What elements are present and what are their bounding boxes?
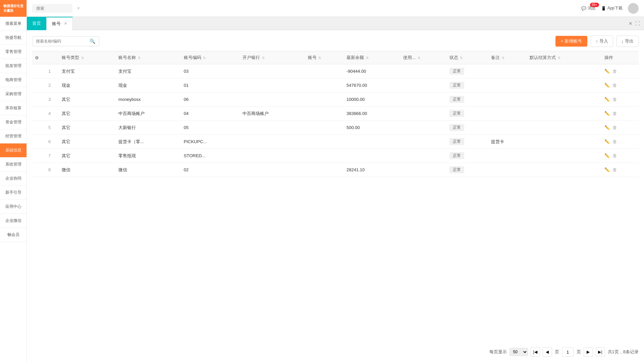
first-page-btn[interactable]: |◀ [531, 347, 540, 357]
col-code[interactable]: 账号编码 ⇅ [181, 51, 240, 64]
tab-account[interactable]: 账号 ✕ [47, 17, 73, 30]
tab-home[interactable]: 首页 [27, 17, 47, 30]
app-download-label: App下载 [607, 5, 623, 11]
row-status: 正常 [447, 121, 488, 135]
edit-icon[interactable]: ✏️ [604, 139, 610, 144]
sidebar-item-wholesale-mgmt[interactable]: 批发管理 [0, 59, 26, 73]
delete-icon[interactable]: 🗑 [612, 125, 617, 130]
row-num: 4 [46, 107, 59, 121]
row-status: 正常 [447, 149, 488, 163]
row-note [488, 121, 527, 135]
next-page-btn[interactable]: ▶ [584, 347, 593, 357]
row-bank [240, 163, 305, 177]
export-button[interactable]: ↓ 导出 [616, 36, 639, 47]
row-note [488, 78, 527, 93]
search-wrap: 🔍 [32, 36, 99, 46]
row-status: 正常 [447, 78, 488, 93]
sidebar-item-basic-info[interactable]: 基础信息 [0, 143, 26, 158]
edit-icon[interactable]: ✏️ [604, 69, 610, 74]
edit-icon[interactable]: ✏️ [604, 125, 610, 130]
row-account [305, 78, 344, 93]
col-bank[interactable]: 开户银行 ⇅ [240, 51, 305, 64]
row-note [488, 107, 527, 121]
message-button[interactable]: 💬 消息 99+ [581, 5, 596, 11]
tab-account-close[interactable]: ✕ [64, 21, 67, 26]
row-default-settlement [527, 107, 602, 121]
row-type: 其它 [59, 93, 116, 107]
row-status: 正常 [447, 64, 488, 78]
table-row: 4 其它 中百商场账户 04 中百商场账户 383866.00 正常 ✏️ 🗑 [32, 107, 639, 121]
sidebar-item-system-mgmt[interactable]: 系统管理 [0, 158, 26, 172]
sidebar-item-quick-nav[interactable]: 快捷导航 [0, 31, 26, 45]
row-balance: 10000.00 [344, 93, 400, 107]
edit-icon[interactable]: ✏️ [604, 111, 610, 116]
row-type: 其它 [59, 149, 116, 163]
search-icon[interactable]: 🔍 [90, 39, 95, 44]
row-code: 05 [181, 121, 240, 135]
row-action: ✏️ 🗑 [602, 135, 639, 149]
row-default-settlement [527, 78, 602, 93]
sidebar-item-inventory[interactable]: 库存核算 [0, 101, 26, 115]
app-download-button[interactable]: 📱 App下载 [601, 5, 623, 11]
row-code: STORED... [181, 149, 240, 163]
row-code: 01 [181, 78, 240, 93]
sidebar-item-enterprise-wechat[interactable]: 企业微信 [0, 214, 26, 228]
avatar[interactable] [628, 3, 639, 14]
col-name[interactable]: 账号名称 ⇅ [116, 51, 181, 64]
col-usage[interactable]: 使用... ⇅ [400, 51, 447, 64]
row-num: 8 [46, 163, 59, 177]
sidebar-item-app-center[interactable]: 应用中心 [0, 200, 26, 214]
sidebar-item-search-menu[interactable]: 搜索菜单 [0, 17, 26, 31]
delete-icon[interactable]: 🗑 [612, 111, 617, 116]
sidebar-item-ecom-mgmt[interactable]: 电商管理 [0, 73, 26, 87]
sidebar-item-finance-mgmt[interactable]: 资金管理 [0, 115, 26, 129]
col-account[interactable]: 账号 ⇅ [305, 51, 344, 64]
per-page-select[interactable]: 50 100 [509, 348, 528, 356]
row-bank [240, 93, 305, 107]
header-search-dropdown[interactable]: ▼ [76, 6, 80, 11]
prev-page-btn[interactable]: ◀ [543, 347, 552, 357]
sidebar-item-purchase-mgmt[interactable]: 采购管理 [0, 87, 26, 101]
edit-icon[interactable]: ✏️ [604, 153, 610, 158]
tab-maximize[interactable]: ⛶ [635, 21, 640, 26]
import-button[interactable]: ↑ 导入 [591, 36, 613, 47]
col-setting[interactable]: ⚙ [32, 51, 46, 64]
col-balance[interactable]: 最新余额 ⇅ [344, 51, 400, 64]
search-input[interactable] [36, 39, 90, 44]
tab-close-all[interactable]: ✕ [629, 21, 633, 26]
row-name: 支付宝 [116, 64, 181, 78]
row-usage [400, 163, 447, 177]
delete-icon[interactable]: 🗑 [612, 69, 617, 74]
delete-icon[interactable]: 🗑 [612, 167, 617, 172]
col-default-settlement[interactable]: 默认结算方式 ⇅ [527, 51, 602, 64]
row-type: 支付宝 [59, 64, 116, 78]
row-balance: 383866.00 [344, 107, 400, 121]
delete-icon[interactable]: 🗑 [612, 83, 617, 88]
row-name: 现金 [116, 78, 181, 93]
last-page-btn[interactable]: ▶| [596, 347, 605, 357]
col-type[interactable]: 账号类型 ⇅ [59, 51, 116, 64]
row-usage [400, 78, 447, 93]
sidebar-item-ops-mgmt[interactable]: 经营管理 [0, 129, 26, 143]
page-unit-label: 页 [577, 349, 581, 355]
delete-icon[interactable]: 🗑 [612, 153, 617, 158]
sidebar-item-new-guide[interactable]: 新手引导 [0, 186, 26, 200]
row-bank: 中百商场账户 [240, 107, 305, 121]
edit-icon[interactable]: ✏️ [604, 97, 610, 102]
header-search-input[interactable] [32, 4, 72, 13]
row-default-settlement [527, 149, 602, 163]
sidebar-item-enterprise-collab[interactable]: 企业协同 [0, 172, 26, 186]
row-code: 02 [181, 163, 240, 177]
edit-icon[interactable]: ✏️ [604, 83, 610, 88]
delete-icon[interactable]: 🗑 [612, 97, 617, 102]
add-account-button[interactable]: + 新增账号 [555, 36, 587, 47]
edit-icon[interactable]: ✏️ [604, 167, 610, 172]
sidebar-item-retail-mgmt[interactable]: 零售管理 [0, 45, 26, 59]
table-wrap: ⚙ 账号类型 ⇅ 账号名称 ⇅ 账号编码 ⇅ 开户银行 ⇅ 账号 ⇅ 最新余额 … [32, 51, 639, 343]
sidebar-item-member[interactable]: 畅会员 [0, 228, 26, 242]
row-type: 其它 [59, 107, 116, 121]
current-page-input[interactable] [562, 347, 574, 357]
col-status[interactable]: 状态 ⇅ [447, 51, 488, 64]
delete-icon[interactable]: 🗑 [612, 139, 617, 144]
col-note[interactable]: 备注 ⇅ [488, 51, 527, 64]
